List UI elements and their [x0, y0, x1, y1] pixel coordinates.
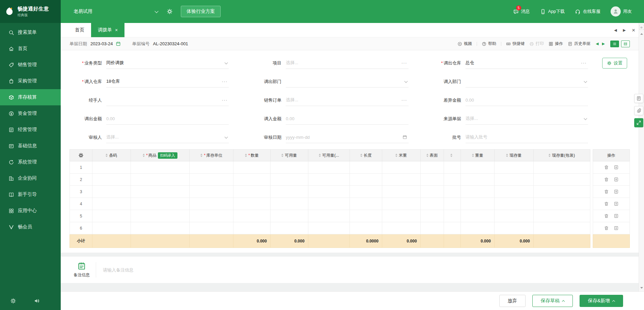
cell-available2[interactable] — [308, 210, 350, 222]
sort-icon[interactable] — [472, 154, 474, 157]
delete-row-icon[interactable] — [604, 177, 609, 182]
sort-icon[interactable] — [450, 154, 452, 157]
column-header-barcode[interactable]: 条码 — [92, 150, 131, 161]
cell-length[interactable] — [350, 174, 382, 186]
copy-row-icon[interactable] — [614, 201, 619, 206]
cell-meter-weight[interactable] — [382, 161, 420, 174]
field-input-handler[interactable]: ··· — [106, 95, 229, 106]
column-header-gear[interactable] — [70, 150, 92, 161]
online-service-button[interactable]: 在线客服 — [575, 8, 600, 15]
sort-icon[interactable] — [281, 154, 283, 157]
cell-qty[interactable] — [233, 222, 271, 234]
cell-available[interactable] — [270, 222, 308, 234]
cell-stock[interactable] — [494, 210, 533, 222]
field-input-project[interactable]: 选择...··· — [286, 57, 408, 69]
cell-qty[interactable] — [233, 210, 271, 222]
cell-qty[interactable] — [233, 198, 271, 210]
cell-qty[interactable] — [233, 161, 271, 174]
cell-length[interactable] — [350, 186, 382, 198]
copy-row-icon[interactable] — [614, 177, 619, 182]
doc-template-button[interactable] — [634, 94, 643, 103]
cell-product[interactable] — [131, 198, 190, 210]
cell-unit[interactable] — [190, 222, 233, 234]
cell-stock-pack[interactable] — [533, 174, 590, 186]
cell-qty[interactable] — [233, 186, 271, 198]
column-header-product[interactable]: *商品扫码录入 — [131, 150, 190, 161]
sidebar-item-appcenter[interactable]: 应用中心 — [0, 203, 61, 219]
sort-icon[interactable] — [549, 154, 551, 157]
cell-barcode[interactable] — [92, 210, 131, 222]
cell-weight[interactable] — [461, 198, 494, 210]
field-input-auditor[interactable]: 选择... — [106, 132, 229, 143]
cell-length[interactable] — [350, 161, 382, 174]
field-input-diff-amount[interactable]: 0.00 — [466, 95, 588, 106]
sidebar-item-funds[interactable]: 资金管理 — [0, 105, 61, 122]
tab-next-icon[interactable]: ▶ — [623, 28, 626, 32]
cell-available2[interactable] — [308, 222, 350, 234]
cell-extra[interactable] — [444, 222, 461, 234]
ellipsis-picker-icon[interactable]: ··· — [581, 60, 587, 65]
field-input-in-warehouse[interactable]: 18仓库··· — [106, 76, 229, 87]
cell-extra[interactable] — [444, 186, 461, 198]
card-view-button[interactable] — [621, 41, 630, 47]
save-and-new-button[interactable]: 保存&新增 — [580, 295, 623, 307]
cell-weight[interactable] — [461, 161, 494, 174]
sort-icon[interactable] — [245, 154, 247, 157]
cell-stock-pack[interactable] — [533, 198, 590, 210]
attachment-button[interactable] — [634, 106, 643, 115]
cell-available[interactable] — [270, 174, 308, 186]
cell-available[interactable] — [270, 198, 308, 210]
field-input-in-dept[interactable] — [466, 76, 588, 87]
chevron-down-icon[interactable] — [584, 118, 587, 120]
cell-product[interactable] — [131, 222, 190, 234]
cell-available[interactable] — [270, 186, 308, 198]
field-input-in-amount[interactable]: 0.00 — [286, 113, 408, 125]
tab-list-button[interactable] — [639, 25, 644, 30]
doc-prev-icon[interactable]: ◀ — [596, 42, 598, 46]
messages-button[interactable]: 消息 5 — [513, 8, 530, 15]
copy-row-icon[interactable] — [614, 213, 619, 218]
cell-extra[interactable] — [444, 198, 461, 210]
cell-meter-weight[interactable] — [382, 198, 420, 210]
chevron-down-icon[interactable] — [405, 81, 407, 82]
cell-stock-pack[interactable] — [533, 210, 590, 222]
cell-stock[interactable] — [494, 198, 533, 210]
announcement-icon[interactable] — [34, 298, 40, 304]
doc-date-value[interactable]: 2023-03-24 — [90, 41, 113, 46]
cell-barcode[interactable] — [92, 198, 131, 210]
doc-action-video[interactable]: 视频 — [457, 41, 472, 47]
ellipsis-picker-icon[interactable]: ··· — [222, 98, 227, 102]
page-scrollbar[interactable] — [639, 23, 644, 291]
column-header-surface[interactable]: 表面 — [420, 150, 444, 161]
cell-surface[interactable] — [420, 198, 444, 210]
cell-available2[interactable] — [308, 174, 350, 186]
cell-weight[interactable] — [461, 222, 494, 234]
cell-stock[interactable] — [494, 161, 533, 174]
sidebar-item-member[interactable]: 畅会员 — [0, 219, 61, 235]
sidebar-settings-icon[interactable] — [10, 298, 16, 304]
cell-surface[interactable] — [420, 161, 444, 174]
cell-barcode[interactable] — [92, 174, 131, 186]
sidebar-item-baseinfo[interactable]: 基础信息 — [0, 138, 61, 154]
sidebar-item-system[interactable]: 系统管理 — [0, 154, 61, 170]
sidebar-item-search[interactable]: 搜索菜单 — [0, 24, 61, 41]
cell-available2[interactable] — [308, 186, 350, 198]
cell-weight[interactable] — [461, 210, 494, 222]
workspace-gear-icon[interactable] — [167, 8, 173, 15]
field-input-sales-order[interactable]: 选择...··· — [286, 95, 408, 106]
cell-barcode[interactable] — [92, 161, 131, 174]
fullscreen-button[interactable] — [634, 118, 643, 127]
column-header-stock[interactable]: 现存量 — [494, 150, 533, 161]
chevron-down-icon[interactable] — [225, 136, 227, 138]
cell-extra[interactable] — [444, 210, 461, 222]
doc-action-operate[interactable]: 操作 — [549, 41, 563, 47]
cell-meter-weight[interactable] — [382, 186, 420, 198]
column-header-length[interactable]: 长度 — [350, 150, 382, 161]
ellipsis-picker-icon[interactable]: ··· — [222, 79, 227, 84]
sort-icon[interactable] — [200, 154, 202, 157]
sidebar-item-inventory[interactable]: 库存核算 — [0, 89, 61, 105]
sort-icon[interactable] — [106, 154, 108, 157]
tab-prev-icon[interactable]: ◀ — [614, 28, 617, 32]
sort-icon[interactable] — [360, 154, 362, 157]
chevron-down-icon[interactable] — [225, 62, 227, 64]
